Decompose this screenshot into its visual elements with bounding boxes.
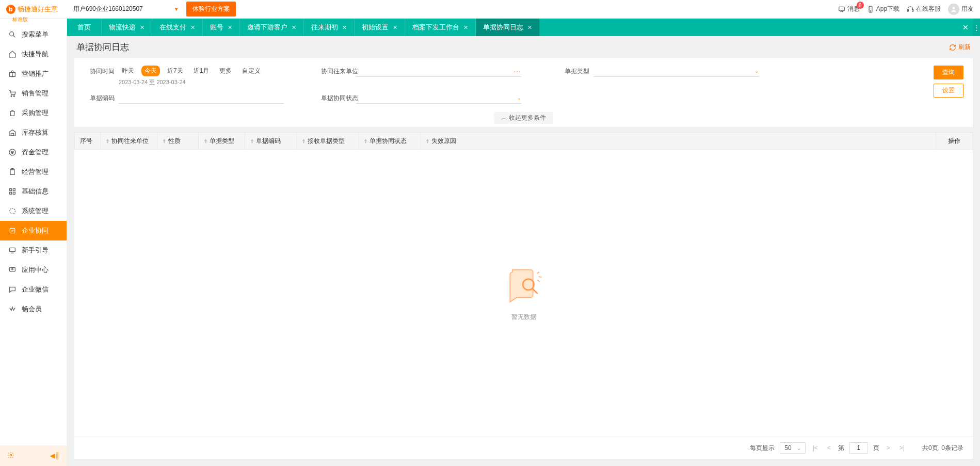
- close-icon[interactable]: ✕: [190, 24, 195, 31]
- clipboard-icon: [8, 168, 17, 176]
- sidebar-item-apps[interactable]: 应用中心: [0, 260, 67, 280]
- close-icon[interactable]: ✕: [342, 24, 347, 31]
- svg-rect-20: [13, 192, 15, 194]
- tab-home[interactable]: 首页: [67, 19, 102, 36]
- svg-point-5: [953, 7, 955, 9]
- first-page-button[interactable]: |<: [811, 444, 820, 452]
- experience-plan-button[interactable]: 体验行业方案: [186, 2, 236, 17]
- column-header[interactable]: ▲▼接收单据类型: [297, 133, 359, 149]
- column-header[interactable]: ▲▼单据协同状态: [359, 133, 421, 149]
- date-chip[interactable]: 今天: [141, 66, 160, 76]
- date-chip[interactable]: 自定义: [239, 66, 264, 76]
- tenant-selector[interactable]: 用户690企业1660120507 ▼: [73, 5, 179, 13]
- empty-text: 暂无数据: [511, 313, 536, 322]
- tab[interactable]: 往来期初✕: [304, 19, 355, 36]
- column-label: 协同往来单位: [111, 137, 149, 146]
- column-header[interactable]: 操作: [936, 133, 972, 149]
- sidebar-item-money[interactable]: ¥资金管理: [0, 142, 67, 162]
- query-button[interactable]: 查询: [934, 66, 963, 79]
- phone-icon: [867, 6, 874, 13]
- sidebar-item-sync[interactable]: 企业协同: [0, 221, 67, 240]
- close-icon[interactable]: ✕: [463, 24, 468, 31]
- close-icon[interactable]: ✕: [228, 24, 232, 31]
- sidebar-item-home[interactable]: 快捷导航: [0, 44, 67, 64]
- collapse-sidebar-icon[interactable]: ◀║: [50, 452, 59, 459]
- sidebar-item-gift[interactable]: 营销推广: [0, 64, 67, 84]
- column-header[interactable]: ▲▼单据类型: [199, 133, 245, 149]
- collapse-filters-button[interactable]: ︿ 收起更多条件: [84, 110, 963, 127]
- settings-icon[interactable]: [7, 452, 14, 460]
- date-range-text: 2023-03-24 至 2023-03-24: [119, 78, 264, 86]
- tabs-overflow-icon[interactable]: ⋮: [973, 19, 980, 36]
- sort-icon: ▲▼: [302, 138, 306, 143]
- empty-state: 暂无数据: [74, 150, 973, 437]
- app-download-button[interactable]: App下载: [867, 5, 899, 13]
- close-icon[interactable]: ✕: [140, 24, 144, 31]
- messages-button[interactable]: 消息 6: [838, 5, 860, 13]
- tab-label: 初始设置: [362, 23, 389, 32]
- last-page-button[interactable]: >|: [897, 444, 907, 452]
- date-chip[interactable]: 近1月: [190, 66, 213, 76]
- date-chip[interactable]: 更多: [216, 66, 235, 76]
- sidebar-item-label: 系统管理: [22, 206, 49, 216]
- close-all-tabs-button[interactable]: ✕: [958, 19, 973, 36]
- tab-label: 在线支付: [159, 23, 186, 32]
- close-icon[interactable]: ✕: [292, 24, 296, 31]
- per-page-select[interactable]: 50 ⌄: [780, 442, 805, 454]
- tab[interactable]: 账号✕: [203, 19, 240, 36]
- sidebar-item-bag[interactable]: 采购管理: [0, 103, 67, 123]
- doctype-select[interactable]: ⌄: [593, 66, 759, 77]
- partner-select[interactable]: ···: [356, 66, 521, 77]
- sidebar-item-gear-dashed[interactable]: 系统管理: [0, 201, 67, 221]
- sidebar-item-vip[interactable]: 畅会员: [0, 299, 67, 319]
- column-header[interactable]: ▲▼失效原因: [421, 133, 936, 149]
- close-icon[interactable]: ✕: [393, 24, 397, 31]
- search-icon: [8, 30, 17, 39]
- sidebar-item-search[interactable]: 搜索菜单: [0, 25, 67, 44]
- column-header[interactable]: ▲▼协同往来单位: [101, 133, 157, 149]
- sidebar-item-chat[interactable]: 企业微信: [0, 280, 67, 299]
- sidebar-item-grid[interactable]: 基础信息: [0, 182, 67, 201]
- prev-page-button[interactable]: <: [825, 444, 833, 452]
- close-icon[interactable]: ✕: [527, 24, 532, 31]
- column-header[interactable]: ▲▼性质: [157, 133, 199, 149]
- settings-button[interactable]: 设置: [934, 84, 963, 98]
- user-menu[interactable]: 用友: [948, 4, 974, 15]
- date-chip[interactable]: 昨天: [119, 66, 137, 76]
- tab[interactable]: 在线支付✕: [152, 19, 203, 36]
- filter-time-label: 协同时间: [84, 66, 115, 76]
- sidebar-item-label: 基础信息: [22, 187, 49, 196]
- tv-icon: [8, 246, 17, 254]
- sidebar-item-label: 新手引导: [22, 246, 49, 255]
- status-select[interactable]: ⌄: [356, 92, 521, 104]
- tab-label: 邀请下游客户: [247, 23, 287, 32]
- vip-icon: [8, 305, 17, 313]
- chat-icon: [838, 6, 845, 13]
- logo-icon: b: [6, 5, 15, 14]
- next-page-button[interactable]: >: [885, 444, 892, 452]
- tab-label: 物流快递: [109, 23, 136, 32]
- sidebar-item-warehouse[interactable]: 库存核算: [0, 123, 67, 142]
- tab[interactable]: 初始设置✕: [355, 19, 405, 36]
- doccode-input[interactable]: [119, 92, 284, 104]
- sidebar-item-label: 经营管理: [22, 167, 49, 176]
- page-input[interactable]: [849, 442, 868, 454]
- date-chip[interactable]: 近7天: [164, 66, 186, 76]
- sidebar-item-clipboard[interactable]: 经营管理: [0, 162, 67, 182]
- column-header[interactable]: ▲▼单据编码: [245, 133, 297, 149]
- filter-panel: 协同时间 昨天今天近7天近1月更多自定义 2023-03-24 至 2023-0…: [74, 58, 973, 127]
- refresh-button[interactable]: 刷新: [949, 43, 971, 52]
- sidebar-item-tv[interactable]: 新手引导: [0, 240, 67, 260]
- gear-dashed-icon: [8, 207, 17, 215]
- tab[interactable]: 邀请下游客户✕: [240, 19, 304, 36]
- per-page-label: 每页显示: [750, 444, 775, 453]
- tab[interactable]: 单据协同日志✕: [476, 19, 540, 36]
- tab[interactable]: 物流快递✕: [102, 19, 152, 36]
- sidebar-item-cart[interactable]: 销售管理: [0, 84, 67, 103]
- tab[interactable]: 档案下发工作台✕: [405, 19, 476, 36]
- customer-service-button[interactable]: 在线客服: [907, 5, 941, 13]
- column-header[interactable]: 序号: [75, 133, 101, 149]
- chevron-down-icon: ⌄: [797, 445, 801, 451]
- customer-service-label: 在线客服: [916, 5, 941, 13]
- sidebar-item-label: 采购管理: [22, 108, 49, 118]
